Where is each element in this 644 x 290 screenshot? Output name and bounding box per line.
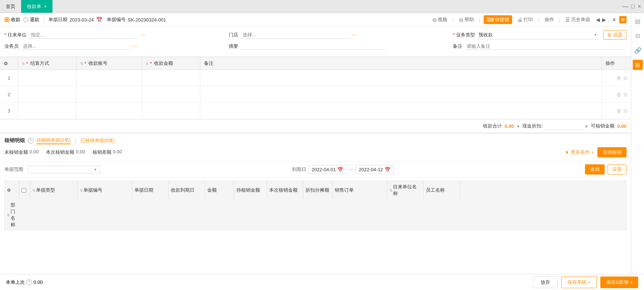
operation-btn[interactable]: 操作 — [543, 16, 555, 24]
radio-collection-label: 收款 — [11, 16, 20, 23]
range-select[interactable]: ▼ — [28, 166, 101, 173]
wo-th-pending: 待核销金额 — [234, 181, 267, 199]
sidebar-expand-icon[interactable]: ⊞ — [633, 60, 643, 70]
grid-view-icon[interactable]: ⊞ — [619, 16, 627, 23]
minimize-icon[interactable]: — — [623, 3, 628, 10]
row1-copy-icon[interactable]: ⧉ — [624, 75, 627, 81]
more-filter-btn[interactable]: ▼ 更多条件 ∧ — [565, 149, 594, 156]
shortcut-btn[interactable]: ⌨ 快捷键 — [484, 15, 512, 24]
table-row: 1 🗑 ⧉ — [0, 70, 631, 86]
history-btn[interactable]: ☰ 历史单据 — [564, 16, 592, 24]
bottom-actions: 放弃 保存草稿 ∧ 保存&新增 ∧ — [533, 277, 638, 288]
select-all-checkbox[interactable] — [21, 188, 26, 193]
abandon-btn[interactable]: 放弃 — [533, 277, 558, 288]
settings-label: 设置 — [613, 32, 623, 38]
window-controls: — □ × — [623, 3, 644, 10]
tab-collection[interactable]: 收款单 × — [21, 0, 52, 13]
prev-label: 本单上次 — [6, 279, 25, 286]
row3-settlement[interactable] — [18, 103, 76, 119]
row1-account[interactable] — [76, 70, 142, 86]
row1-delete-icon[interactable]: 🗑 — [616, 75, 621, 81]
table-footer: 收款合计 0.00 + 现金折扣: = 可核销金额 0.00 — [0, 119, 631, 133]
stat-row: 未核销金额 0.00 本次核销金额 0.00 核销差额 0.00 ▼ 更多条件 … — [4, 147, 627, 157]
next-arrow[interactable]: ▶ — [601, 16, 607, 23]
discount-label: 现金折扣: — [522, 123, 543, 129]
biz-type-field: 业务类型 预收款 ▼ ⚙ 设置 — [453, 30, 627, 40]
diff-value: 0.00 — [113, 149, 122, 156]
row2-amount[interactable] — [142, 86, 200, 102]
biz-type-select[interactable]: 预收款 ▼ — [477, 31, 599, 39]
date-range: 到期日 2022-04-01 📅 — 2022-04-12 📅 — [292, 165, 394, 174]
date-to-value: 2022-04-12 — [359, 167, 383, 172]
auto-writeoff-btn[interactable]: 自动核销 — [597, 147, 627, 157]
print-btn[interactable]: 🖨 打印 — [516, 16, 534, 24]
row2-account[interactable] — [76, 86, 142, 102]
tab-home[interactable]: 首页 — [0, 0, 21, 13]
date-from-input[interactable]: 2022-04-01 📅 — [309, 165, 347, 174]
sidebar-list-icon[interactable]: ⊟ — [633, 31, 643, 41]
sidebar-link-icon[interactable]: 🔗 — [633, 45, 643, 55]
sidebar-table-icon[interactable]: ▤ — [633, 16, 643, 26]
row2-copy-icon[interactable]: ⧉ — [624, 91, 627, 98]
row3-remark[interactable] — [200, 103, 602, 119]
video-btn[interactable]: ◎ 视频 — [431, 16, 449, 24]
done-tab[interactable]: 已核销单据(0笔) — [80, 137, 115, 144]
th-action: 操作 — [602, 57, 631, 70]
note-input[interactable] — [464, 43, 627, 50]
save-draft-btn[interactable]: 保存草稿 ∧ — [561, 277, 597, 288]
shop-label: 门店 — [229, 32, 238, 38]
radio-refund-dot — [23, 17, 28, 22]
list-view-icon[interactable]: ≡ — [610, 16, 618, 23]
row1-actions: 🗑 ⧉ — [602, 70, 631, 86]
settings-btn[interactable]: ⚙ 设置 — [603, 30, 627, 40]
net-label: 可核销金额 — [591, 123, 614, 129]
radio-refund-label: 退款 — [30, 16, 39, 23]
diff-label: 核销差额 — [93, 149, 111, 156]
query-btn[interactable]: 查询 — [585, 164, 605, 175]
wo-th-due-date: 收款到期日 — [169, 181, 205, 199]
summary-input[interactable] — [240, 43, 386, 50]
discount-input[interactable] — [546, 122, 582, 130]
tab-close-icon[interactable]: × — [44, 4, 47, 9]
staff-input[interactable] — [21, 43, 130, 50]
prev-arrow[interactable]: ◀ — [595, 16, 601, 23]
row1-remark[interactable] — [200, 70, 602, 86]
shop-input[interactable] — [240, 31, 350, 39]
row2-settlement[interactable] — [18, 86, 76, 102]
radio-collection[interactable]: 收款 — [4, 16, 20, 23]
partner-input[interactable] — [29, 31, 138, 39]
row3-amount[interactable] — [142, 103, 200, 119]
biz-type-label: 业务类型 — [453, 32, 475, 38]
row3-copy-icon[interactable]: ⧉ — [624, 108, 627, 114]
row3-delete-icon[interactable]: 🗑 — [616, 108, 621, 114]
shop-more-btn[interactable]: ··· — [350, 32, 359, 38]
tab-collection-label: 收款单 — [27, 3, 41, 10]
history-label: 历史单据 — [571, 16, 590, 23]
calendar-icon[interactable]: 📅 — [96, 17, 102, 23]
radio-refund[interactable]: 退款 — [23, 16, 39, 23]
wo-th-gear[interactable]: ⚙ — [5, 181, 19, 199]
save-new-btn[interactable]: 保存&新增 ∧ — [600, 277, 638, 288]
shortcut-label: 快捷键 — [495, 16, 509, 23]
wo-th-check[interactable] — [19, 181, 30, 199]
help-btn[interactable]: ◎ 帮助 — [458, 16, 475, 24]
date-to-input[interactable]: 2022-04-12 📅 — [356, 165, 394, 174]
partner-more-btn[interactable]: ··· — [138, 32, 147, 38]
row3-account[interactable] — [76, 103, 142, 119]
wo-th-partner: ⇅ 往来单位名称 — [387, 181, 424, 199]
maximize-icon[interactable]: □ — [631, 3, 635, 10]
th-gear[interactable]: ⚙ — [0, 57, 18, 70]
prev-info-icon[interactable]: ? — [26, 279, 32, 285]
row2-remark[interactable] — [200, 86, 602, 102]
filter-settings-btn[interactable]: 设置 — [608, 164, 627, 175]
sum-label: 收款合计 — [483, 123, 502, 129]
row2-delete-icon[interactable]: 🗑 — [616, 91, 621, 97]
writeoff-section: 核销明细 ? 待核销单据(0笔) | 已核销单据(0笔) 未核销金额 0.00 … — [0, 133, 631, 258]
row1-settlement[interactable] — [18, 70, 76, 86]
pending-tab[interactable]: 待核销单据(0笔) — [36, 137, 71, 144]
close-icon[interactable]: × — [638, 3, 641, 10]
row1-amount[interactable] — [142, 70, 200, 86]
wo-th-doc-num: ⇅ 单据编号 — [78, 181, 132, 199]
writeoff-info-icon[interactable]: ? — [28, 138, 34, 144]
staff-more-btn[interactable]: ··· — [130, 43, 139, 50]
